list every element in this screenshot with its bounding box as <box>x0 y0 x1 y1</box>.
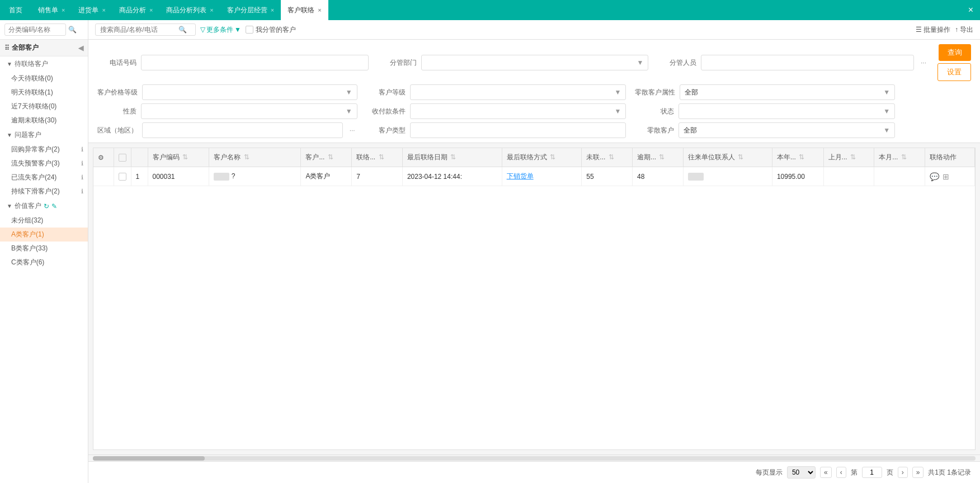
last-page-btn[interactable]: » <box>912 467 924 478</box>
toolbar-search-icon[interactable]: 🔍 <box>178 26 187 34</box>
col-not-contacted[interactable]: 未联... ⇅ <box>582 148 633 167</box>
col-last-contact-method[interactable]: 最后联络方式 ⇅ <box>502 148 582 167</box>
sidebar-item-7days-contact[interactable]: 近7天待联络(0) <box>0 100 88 113</box>
sidebar-item-c-class[interactable]: C类客户(6) <box>0 255 88 269</box>
sidebar-item-churn-warning[interactable]: 流失预警客户(3) ℹ <box>0 157 88 171</box>
col-this-month-sort-icon[interactable]: ⇅ <box>901 153 907 161</box>
col-this-year[interactable]: 本年... ⇅ <box>772 148 823 167</box>
nav-tab-analysis[interactable]: 商品分析 × <box>112 0 159 20</box>
close-analysis-list-tab[interactable]: × <box>210 7 213 13</box>
col-this-month[interactable]: 本月... ⇅ <box>874 148 925 167</box>
sidebar-item-declining[interactable]: 持续下滑客户(2) ℹ <box>0 184 88 198</box>
col-overdue[interactable]: 逾期... ⇅ <box>633 148 684 167</box>
col-overdue-sort-icon[interactable]: ⇅ <box>659 153 665 161</box>
manager-dots[interactable]: ··· <box>918 59 929 67</box>
problem-customers-group[interactable]: ▼ 问题客户 <box>0 127 88 143</box>
sidebar-search-input[interactable] <box>4 23 66 36</box>
col-not-contacted-sort-icon[interactable]: ⇅ <box>609 153 614 161</box>
nav-tab-home[interactable]: 首页 <box>0 0 31 20</box>
my-customers-checkbox-area[interactable]: 我分管的客户 <box>246 25 296 35</box>
close-purchase-tab[interactable]: × <box>102 7 105 13</box>
value-customers-group[interactable]: ▼ 价值客户 ↻ ✎ <box>0 198 88 214</box>
sidebar-item-ungrouped[interactable]: 未分组(32) <box>0 214 88 228</box>
col-checkbox[interactable] <box>114 148 131 167</box>
price-level-select[interactable]: ▼ <box>142 84 357 100</box>
value-customers-refresh-icon[interactable]: ↻ <box>44 202 49 210</box>
sidebar-item-rebuy-abnormal[interactable]: 回购异常客户(2) ℹ <box>0 143 88 157</box>
phone-input[interactable] <box>141 55 369 70</box>
all-customers-header[interactable]: ⠿ 全部客户 ◀ <box>0 40 88 56</box>
sidebar-item-b-class[interactable]: B类客户(33) <box>0 242 88 255</box>
customer-type-select[interactable] <box>410 122 626 138</box>
close-customer-segment-tab[interactable]: × <box>271 7 274 13</box>
col-last-contact-date[interactable]: 最后联络日期 ⇅ <box>402 148 502 167</box>
next-page-btn[interactable]: › <box>898 467 908 478</box>
first-page-btn[interactable]: « <box>820 467 832 478</box>
row-grid-icon[interactable]: ⊞ <box>943 172 949 181</box>
page-input[interactable] <box>862 467 882 478</box>
col-contact[interactable]: 联络... ⇅ <box>352 148 403 167</box>
col-category[interactable]: 客户... ⇅ <box>301 148 352 167</box>
col-name-sort-icon[interactable]: ⇅ <box>244 153 249 161</box>
sidebar-item-tomorrow-contact[interactable]: 明天待联络(1) <box>0 86 88 100</box>
customer-level-select[interactable]: ▼ <box>410 84 626 100</box>
prev-page-btn[interactable]: ‹ <box>836 467 846 478</box>
nav-tab-customer-segment[interactable]: 客户分层经营 × <box>220 0 281 20</box>
scattered-attr-select[interactable]: 全部 ▼ <box>680 84 895 100</box>
nav-tab-purchase[interactable]: 进货单 × <box>72 0 112 20</box>
sidebar-search-icon[interactable]: 🔍 <box>68 26 77 34</box>
close-customer-contact-tab[interactable]: × <box>318 7 321 13</box>
per-page-select[interactable]: 50 20 100 <box>787 466 816 479</box>
region-dots[interactable]: ··· <box>347 126 357 134</box>
sidebar-item-overdue-contact[interactable]: 逾期未联络(30) <box>0 113 88 127</box>
sidebar-item-a-class[interactable]: A类客户(1) <box>0 228 88 242</box>
setup-btn[interactable]: 设置 <box>937 63 971 81</box>
pending-contact-group[interactable]: ▼ 待联络客户 <box>0 56 88 72</box>
row-last-contact-method-cell[interactable]: 下销货单 <box>502 167 582 186</box>
scrollbar-thumb[interactable] <box>93 456 205 461</box>
col-last-contact-method-sort-icon[interactable]: ⇅ <box>550 153 555 161</box>
export-btn[interactable]: ↑ 导出 <box>955 25 973 35</box>
toolbar-search-input[interactable] <box>100 26 178 34</box>
col-contact-sort-icon[interactable]: ⇅ <box>379 153 384 161</box>
close-sales-tab[interactable]: × <box>62 7 65 13</box>
value-customers-edit-icon[interactable]: ✎ <box>51 202 57 210</box>
dept-select[interactable]: ▼ <box>421 55 649 70</box>
col-last-contact-date-sort-icon[interactable]: ⇅ <box>450 153 456 161</box>
nature-select[interactable]: ▼ <box>141 103 357 119</box>
col-last-month[interactable]: 上月... ⇅ <box>823 148 874 167</box>
sidebar-collapse-icon[interactable]: ◀ <box>78 44 83 52</box>
row-last-contact-method[interactable]: 下销货单 <box>507 172 534 180</box>
horizontal-scrollbar[interactable] <box>88 454 980 461</box>
nav-tab-analysis-list[interactable]: 商品分析列表 × <box>159 0 220 20</box>
query-btn[interactable]: 查询 <box>939 44 971 61</box>
sidebar-item-churned[interactable]: 已流失客户(24) ℹ <box>0 171 88 184</box>
status-select[interactable]: ▼ <box>679 103 895 119</box>
col-last-month-sort-icon[interactable]: ⇅ <box>850 153 856 161</box>
more-filter-btn[interactable]: ▽ 更多条件 ▼ <box>200 25 241 35</box>
col-name[interactable]: 客户名称 ⇅ <box>209 148 301 167</box>
my-customers-checkbox[interactable] <box>246 26 253 34</box>
close-analysis-tab[interactable]: × <box>149 7 153 13</box>
batch-op-btn[interactable]: ☰ 批量操作 <box>916 25 950 35</box>
scattered-select[interactable]: 全部 ▼ <box>679 122 895 138</box>
col-category-sort-icon[interactable]: ⇅ <box>328 153 333 161</box>
col-code[interactable]: 客户编码 ⇅ <box>148 148 209 167</box>
manager-select[interactable] <box>701 55 914 70</box>
col-this-year-sort-icon[interactable]: ⇅ <box>799 153 804 161</box>
close-all-tabs[interactable]: × <box>962 5 980 15</box>
col-code-sort-icon[interactable]: ⇅ <box>182 153 188 161</box>
sidebar-item-today-contact[interactable]: 今天待联络(0) <box>0 72 88 86</box>
region-select[interactable] <box>142 122 343 138</box>
col-unit-contact-sort-icon[interactable]: ⇅ <box>738 153 743 161</box>
nav-tab-customer-contact[interactable]: 客户联络 × <box>281 0 328 20</box>
row-checkbox-cell[interactable] <box>114 167 131 186</box>
payment-select[interactable]: ▼ <box>410 103 626 119</box>
col-unit-contact[interactable]: 往来单位联系人 ⇅ <box>683 148 772 167</box>
row-checkbox[interactable] <box>119 173 126 181</box>
nav-tab-sales[interactable]: 销售单 × <box>31 0 72 20</box>
row-chat-icon[interactable]: 💬 <box>930 172 939 181</box>
toolbar-search-box[interactable]: 🔍 <box>95 23 196 36</box>
header-checkbox[interactable] <box>119 154 126 162</box>
col-gear[interactable]: ⚙ <box>93 148 114 167</box>
